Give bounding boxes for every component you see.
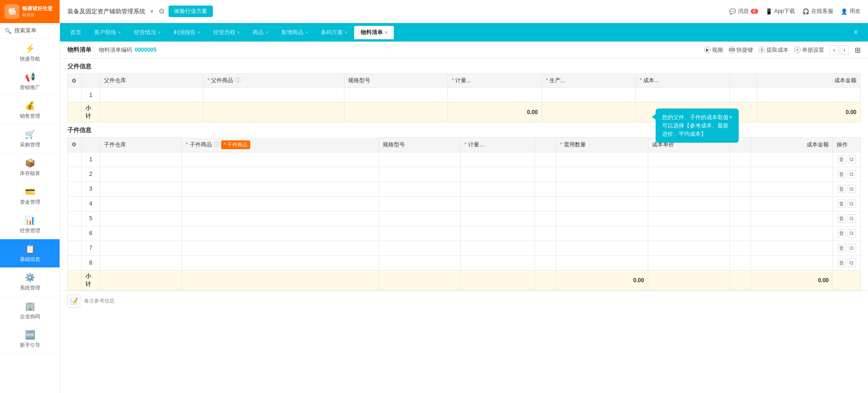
child-row-unit[interactable]	[461, 181, 535, 196]
tab-goods[interactable]: 商品 ×	[246, 26, 275, 39]
child-row-unit[interactable]	[461, 255, 535, 270]
child-row-warehouse[interactable]	[100, 167, 182, 181]
settings-btn[interactable]: ≡ 单据设置	[794, 46, 824, 54]
delete-icon[interactable]: 🗑	[838, 200, 846, 208]
sidebar-item-quick-nav[interactable]: ⚡ 快捷导航	[0, 39, 60, 67]
tab-profit[interactable]: 利润报告 ×	[167, 26, 207, 39]
tooltip-close-btn[interactable]: ×	[729, 113, 732, 121]
child-row-unit-cost[interactable]	[648, 196, 729, 211]
online-service-btn[interactable]: 🎧 在线客服	[802, 7, 833, 15]
tab-barcode-close[interactable]: ×	[345, 30, 348, 35]
tab-history[interactable]: 经营历程 ×	[207, 26, 247, 39]
delete-icon[interactable]: 🗑	[838, 170, 846, 178]
child-row-unit[interactable]	[461, 241, 535, 255]
child-row-spec[interactable]	[379, 167, 461, 181]
next-btn[interactable]: ›	[840, 45, 849, 54]
copy-icon[interactable]: ⧉	[848, 170, 856, 178]
copy-icon[interactable]: ⧉	[848, 200, 856, 208]
child-row-spec[interactable]	[379, 226, 461, 241]
child-row-unit-cost[interactable]	[648, 255, 729, 270]
child-row-quantity[interactable]	[556, 211, 648, 226]
view-btn[interactable]: ▶ 视频	[704, 46, 723, 54]
child-row-unit-cost[interactable]	[648, 152, 729, 167]
child-row-unit[interactable]	[461, 167, 535, 181]
child-row-unit-cost[interactable]	[648, 241, 729, 255]
parent-row-spec[interactable]	[344, 88, 448, 103]
delete-icon[interactable]: 🗑	[838, 229, 846, 237]
sidebar-item-sales[interactable]: 💰 销售管理	[0, 96, 60, 125]
tab-operation[interactable]: 经营情况 ×	[127, 26, 167, 39]
child-row-quantity[interactable]	[556, 241, 648, 255]
settings-col-icon[interactable]: ⚙	[72, 78, 77, 84]
child-row-spec[interactable]	[379, 255, 461, 270]
child-row-goods[interactable]	[181, 226, 379, 241]
shortcut-btn[interactable]: ⌨ 快捷键	[729, 46, 753, 54]
parent-row-goods[interactable]	[204, 88, 344, 103]
app-download-btn[interactable]: 📱 App下载	[766, 7, 795, 15]
copy-icon[interactable]: ⧉	[848, 214, 856, 223]
dropdown-arrow-icon[interactable]: ▼	[149, 8, 155, 15]
tab-bom-close[interactable]: ×	[385, 30, 387, 35]
child-row-quantity[interactable]	[556, 255, 648, 270]
copy-icon[interactable]: ⧉	[848, 185, 856, 193]
child-row-goods[interactable]	[181, 241, 379, 255]
copy-icon[interactable]: ⧉	[848, 244, 856, 252]
cost-btn[interactable]: $ 提取成本	[759, 46, 789, 54]
parent-row-warehouse[interactable]	[100, 88, 204, 103]
child-row-unit-cost[interactable]	[648, 226, 729, 241]
child-row-spec[interactable]	[379, 211, 461, 226]
parent-row-cost[interactable]	[636, 88, 730, 103]
tab-barcode[interactable]: 条码方案 ×	[314, 26, 354, 39]
tab-profit-close[interactable]: ×	[198, 30, 200, 35]
tab-bom[interactable]: 物料清单 ×	[354, 26, 394, 39]
child-row-warehouse[interactable]	[100, 196, 182, 211]
child-row-goods[interactable]	[181, 255, 379, 270]
child-row-quantity[interactable]	[556, 152, 648, 167]
child-row-goods[interactable]	[181, 152, 379, 167]
user-btn[interactable]: 👤 用友	[841, 7, 861, 15]
child-row-spec[interactable]	[379, 181, 461, 196]
child-row-goods[interactable]	[181, 181, 379, 196]
delete-icon[interactable]: 🗑	[838, 259, 846, 267]
child-row-unit-cost[interactable]	[648, 181, 729, 196]
child-row-quantity[interactable]	[556, 196, 648, 211]
copy-icon[interactable]: ⧉	[848, 229, 856, 237]
child-row-warehouse[interactable]	[100, 255, 182, 270]
sidebar-item-system[interactable]: ⚙️ 系统管理	[0, 268, 60, 296]
child-row-quantity[interactable]	[556, 167, 648, 181]
bottom-icon[interactable]: 📝	[67, 295, 80, 308]
tab-goods-close[interactable]: ×	[265, 30, 268, 35]
child-row-warehouse[interactable]	[100, 211, 182, 226]
child-row-warehouse[interactable]	[100, 152, 182, 167]
child-row-spec[interactable]	[379, 152, 461, 167]
tab-home[interactable]: 首页	[64, 26, 88, 39]
prev-btn[interactable]: ‹	[830, 45, 839, 54]
child-row-unit[interactable]	[461, 152, 535, 167]
copy-icon[interactable]: ⧉	[848, 259, 856, 267]
grid-view-icon[interactable]: ⊞	[855, 46, 861, 54]
delete-icon[interactable]: 🗑	[838, 244, 846, 252]
child-row-goods[interactable]	[181, 211, 379, 226]
trial-btn[interactable]: 体验行业方案	[169, 6, 213, 17]
child-row-warehouse[interactable]	[100, 226, 182, 241]
child-row-goods[interactable]	[181, 167, 379, 181]
child-row-spec[interactable]	[379, 241, 461, 255]
tab-new-goods-close[interactable]: ×	[305, 30, 308, 35]
tab-new-goods[interactable]: 新增商品 ×	[275, 26, 314, 39]
copy-icon[interactable]: ⧉	[848, 155, 856, 163]
child-row-quantity[interactable]	[556, 181, 648, 196]
delete-icon[interactable]: 🗑	[838, 185, 846, 193]
child-row-unit-cost[interactable]	[648, 167, 729, 181]
settings-icon[interactable]: ⚙	[158, 7, 165, 16]
child-row-warehouse[interactable]	[100, 181, 182, 196]
sidebar-item-finance[interactable]: 💳 资金管理	[0, 182, 60, 211]
child-row-goods[interactable]	[181, 196, 379, 211]
delete-icon[interactable]: 🗑	[838, 214, 846, 223]
delete-icon[interactable]: 🗑	[838, 155, 846, 163]
tab-close-all[interactable]: ×	[847, 25, 864, 39]
message-btn[interactable]: 💬 消息 6	[729, 7, 758, 15]
sidebar-item-basic-info[interactable]: 📋 基础信息	[0, 239, 60, 268]
child-row-unit[interactable]	[461, 196, 535, 211]
search-menu[interactable]: 🔍 搜索菜单	[0, 23, 60, 39]
scan-btn[interactable]: * 子件商品	[221, 140, 250, 149]
